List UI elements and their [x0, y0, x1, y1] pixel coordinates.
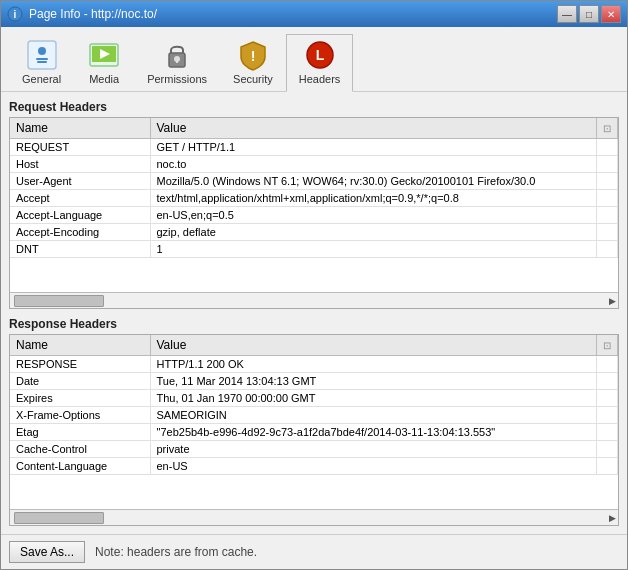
- response-hscroll-right: ▶: [609, 513, 616, 523]
- response-headers-table: Name Value ⊡ RESPONSEHTTP/1.1 200 OKDate…: [10, 335, 618, 475]
- table-row[interactable]: Etag"7eb25b4b-e996-4d92-9c73-a1f2da7bde4…: [10, 424, 618, 441]
- minimize-button[interactable]: —: [557, 5, 577, 23]
- tab-security-label: Security: [233, 73, 273, 85]
- req-row-spacer: [597, 139, 618, 156]
- request-hscroll[interactable]: ▶: [10, 292, 618, 308]
- table-row[interactable]: DateTue, 11 Mar 2014 13:04:13 GMT: [10, 373, 618, 390]
- svg-text:!: !: [251, 48, 256, 64]
- req-row-value: Mozilla/5.0 (Windows NT 6.1; WOW64; rv:3…: [150, 173, 597, 190]
- resp-col-name: Name: [10, 335, 150, 356]
- tab-permissions[interactable]: Permissions: [134, 33, 220, 91]
- req-col-name: Name: [10, 118, 150, 139]
- req-row-name: User-Agent: [10, 173, 150, 190]
- resp-row-spacer: [597, 424, 618, 441]
- table-row[interactable]: X-Frame-OptionsSAMEORIGIN: [10, 407, 618, 424]
- window: i Page Info - http://noc.to/ — □ ✕ Gener…: [0, 0, 628, 570]
- req-row-value: en-US,en;q=0.5: [150, 207, 597, 224]
- request-headers-label: Request Headers: [9, 100, 619, 114]
- table-row[interactable]: Accepttext/html,application/xhtml+xml,ap…: [10, 190, 618, 207]
- svg-text:i: i: [14, 9, 17, 20]
- req-col-icon: ⊡: [597, 118, 618, 139]
- table-row[interactable]: User-AgentMozilla/5.0 (Windows NT 6.1; W…: [10, 173, 618, 190]
- resp-row-value: Tue, 11 Mar 2014 13:04:13 GMT: [150, 373, 597, 390]
- save-as-button[interactable]: Save As...: [9, 541, 85, 563]
- tab-security[interactable]: ! Security: [220, 33, 286, 91]
- table-row[interactable]: Cache-Controlprivate: [10, 441, 618, 458]
- req-row-spacer: [597, 241, 618, 258]
- svg-rect-11: [176, 59, 178, 63]
- response-headers-container: Name Value ⊡ RESPONSEHTTP/1.1 200 OKDate…: [9, 334, 619, 526]
- resp-row-value: en-US: [150, 458, 597, 475]
- title-bar-buttons: — □ ✕: [557, 5, 621, 23]
- resp-row-value: SAMEORIGIN: [150, 407, 597, 424]
- req-row-name: Accept-Language: [10, 207, 150, 224]
- req-row-spacer: [597, 190, 618, 207]
- tab-media[interactable]: Media: [74, 33, 134, 91]
- resp-row-spacer: [597, 373, 618, 390]
- req-row-spacer: [597, 156, 618, 173]
- general-icon: [26, 39, 58, 71]
- req-row-name: Accept: [10, 190, 150, 207]
- bottom-bar: Save As... Note: headers are from cache.: [1, 534, 627, 569]
- tab-headers-label: Headers: [299, 73, 341, 85]
- tab-general-label: General: [22, 73, 61, 85]
- req-row-value: text/html,application/xhtml+xml,applicat…: [150, 190, 597, 207]
- table-row[interactable]: RESPONSEHTTP/1.1 200 OK: [10, 356, 618, 373]
- table-row[interactable]: REQUESTGET / HTTP/1.1: [10, 139, 618, 156]
- request-hscroll-right: ▶: [609, 296, 616, 306]
- main-content: Request Headers Name Value ⊡: [1, 92, 627, 534]
- maximize-button[interactable]: □: [579, 5, 599, 23]
- resize-icon-resp: ⊡: [603, 340, 611, 351]
- req-row-value: GET / HTTP/1.1: [150, 139, 597, 156]
- response-hscroll-thumb: [14, 512, 104, 524]
- svg-rect-5: [37, 61, 47, 63]
- tab-media-label: Media: [89, 73, 119, 85]
- tab-headers[interactable]: L Headers: [286, 34, 354, 92]
- response-headers-section: Response Headers Name Value ⊡: [9, 317, 619, 526]
- note-text: Note: headers are from cache.: [95, 545, 257, 559]
- req-row-value: gzip, deflate: [150, 224, 597, 241]
- resp-row-value: private: [150, 441, 597, 458]
- resp-row-value: HTTP/1.1 200 OK: [150, 356, 597, 373]
- request-hscroll-thumb: [14, 295, 104, 307]
- request-headers-container: Name Value ⊡ REQUESTGET / HTTP/1.1Hostno…: [9, 117, 619, 309]
- table-row[interactable]: Content-Languageen-US: [10, 458, 618, 475]
- security-icon: !: [237, 39, 269, 71]
- request-headers-scroll[interactable]: Name Value ⊡ REQUESTGET / HTTP/1.1Hostno…: [10, 118, 618, 292]
- permissions-icon: [161, 39, 193, 71]
- svg-text:L: L: [315, 47, 324, 63]
- req-row-name: Host: [10, 156, 150, 173]
- tab-general[interactable]: General: [9, 33, 74, 91]
- title-bar-left: i Page Info - http://noc.to/: [7, 6, 157, 22]
- headers-icon: L: [304, 39, 336, 71]
- req-row-name: REQUEST: [10, 139, 150, 156]
- resp-row-value: Thu, 01 Jan 1970 00:00:00 GMT: [150, 390, 597, 407]
- req-row-spacer: [597, 207, 618, 224]
- resp-row-spacer: [597, 458, 618, 475]
- table-row[interactable]: Accept-Encodinggzip, deflate: [10, 224, 618, 241]
- response-headers-scroll[interactable]: Name Value ⊡ RESPONSEHTTP/1.1 200 OKDate…: [10, 335, 618, 509]
- req-row-name: Accept-Encoding: [10, 224, 150, 241]
- resp-row-name: Etag: [10, 424, 150, 441]
- req-col-value: Value: [150, 118, 597, 139]
- resp-row-spacer: [597, 356, 618, 373]
- req-row-value: 1: [150, 241, 597, 258]
- resp-row-value: "7eb25b4b-e996-4d92-9c73-a1f2da7bde4f/20…: [150, 424, 597, 441]
- response-headers-label: Response Headers: [9, 317, 619, 331]
- close-button[interactable]: ✕: [601, 5, 621, 23]
- window-icon: i: [7, 6, 23, 22]
- response-hscroll[interactable]: ▶: [10, 509, 618, 525]
- table-row[interactable]: Hostnoc.to: [10, 156, 618, 173]
- table-row[interactable]: ExpiresThu, 01 Jan 1970 00:00:00 GMT: [10, 390, 618, 407]
- resp-row-name: Expires: [10, 390, 150, 407]
- req-row-value: noc.to: [150, 156, 597, 173]
- toolbar: General Media Permissions: [1, 27, 627, 92]
- table-row[interactable]: DNT1: [10, 241, 618, 258]
- title-bar: i Page Info - http://noc.to/ — □ ✕: [1, 1, 627, 27]
- req-row-spacer: [597, 224, 618, 241]
- svg-point-3: [38, 47, 46, 55]
- resize-icon: ⊡: [603, 123, 611, 134]
- table-row[interactable]: Accept-Languageen-US,en;q=0.5: [10, 207, 618, 224]
- req-row-spacer: [597, 173, 618, 190]
- request-headers-section: Request Headers Name Value ⊡: [9, 100, 619, 309]
